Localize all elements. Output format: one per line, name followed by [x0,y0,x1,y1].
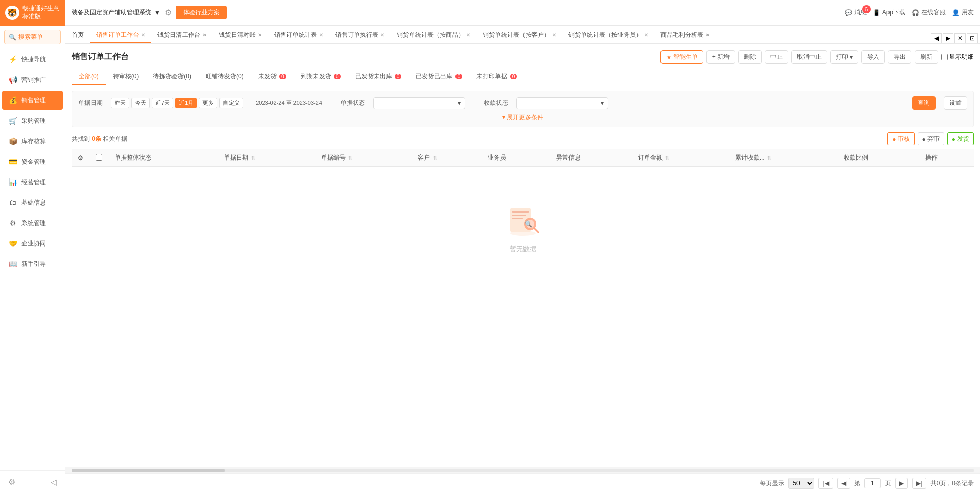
filter-row-1: 单据日期 昨天 今天 近7天 近1月 更多 自定义 2023-02-24 至 2… [78,96,967,110]
tab-close-sales-exec[interactable]: ✕ [380,32,384,38]
tab-close-cash-daily[interactable]: ✕ [202,32,207,38]
sidebar-item-kuaijie[interactable]: ⚡ 快捷导航 [2,50,63,69]
payment-filter-select[interactable]: ▾ [516,97,608,109]
tab-cash-daily[interactable]: 钱货日清工作台 ✕ [151,28,213,43]
tab-close-sales-stats[interactable]: ✕ [319,32,323,38]
col-amount[interactable]: 订单金额 ⇅ [632,149,729,167]
sidebar-item-jingying[interactable]: 📊 经营管理 [2,172,63,192]
date-today-button[interactable]: 今天 [131,98,150,108]
tab-sales-summary-customer[interactable]: 销货单统计表（按客户） ✕ [476,28,562,43]
content-area: 销售订单工作台 ★ 智能生单 + 新增 删除 中止 取消中止 打印 ▾ 导入 [65,44,980,467]
tab-close-product-margin[interactable]: ✕ [705,32,710,38]
tab-sales-summary-staff[interactable]: 销货单统计表（按业务员） ✕ [562,28,654,43]
col-number[interactable]: 单据编号 ⇅ [315,149,412,167]
collected-sort-icon: ⇅ [767,155,771,161]
collapse-button[interactable]: ◁ [47,475,61,489]
tab-close-sales-workbench[interactable]: ✕ [141,32,145,38]
expand-filter-button[interactable]: ▾ 展开更多条件 [78,113,967,122]
horizontal-scrollbar[interactable] [65,467,980,473]
message-button[interactable]: 💬 消息 6 [845,8,867,17]
tab-sales-summary-product[interactable]: 销货单统计表（按商品） ✕ [391,28,476,43]
print-button[interactable]: 打印 ▾ [830,50,858,64]
status-filter-select[interactable]: ▾ [373,97,465,109]
show-detail-checkbox[interactable] [941,54,948,60]
col-staff[interactable]: 业务员 [482,149,550,167]
refresh-button[interactable]: 刷新 [915,50,938,64]
sidebar-item-yingxiao[interactable]: 📢 营销推广 [2,70,63,89]
tab-prev-button[interactable]: ◀ [931,33,942,43]
col-date[interactable]: 单据日期 ⇅ [218,149,315,167]
review-button[interactable]: ● 审核 [887,132,914,145]
delete-button[interactable]: 删除 [738,50,762,64]
tab-sales-exec[interactable]: 销售订单执行表 ✕ [329,28,391,43]
date-7days-button[interactable]: 近7天 [152,98,173,108]
tab-close-cash-reconcile[interactable]: ✕ [258,32,262,38]
first-page-button[interactable]: |◀ [818,478,833,489]
subtab-all[interactable]: 全部(0) [72,69,106,85]
tab-close-all-button[interactable]: ✕ [954,33,966,43]
sidebar-item-xiaoshou[interactable]: 💰 销售管理 [2,91,63,110]
tab-sales-workbench[interactable]: 销售订单工作台 ✕ [90,28,151,43]
smart-generate-button[interactable]: ★ 智能生单 [660,50,703,64]
tab-cash-reconcile[interactable]: 钱货日清对账 ✕ [213,28,268,43]
import-button[interactable]: 导入 [861,50,885,64]
stop-button[interactable]: 中止 [765,50,788,64]
cancel-review-button[interactable]: ● 弃审 [918,132,944,145]
date-custom-button[interactable]: 自定义 [219,98,243,108]
sidebar-item-qiye[interactable]: 🤝 企业协同 [2,234,63,253]
user-button[interactable]: 👤 用友 [952,8,974,17]
sidebar-item-kucun[interactable]: 📦 库存核算 [2,131,63,151]
subtab-unshipped[interactable]: 未发货 0 [251,69,293,85]
select-all-checkbox[interactable] [96,154,102,161]
add-button[interactable]: + 新增 [706,50,735,64]
search-menu-button[interactable]: 🔍 搜索菜单 [4,30,61,44]
sidebar-item-xinshou[interactable]: 📖 新手引导 [2,254,63,274]
settings-button[interactable]: ⚙ [4,475,19,489]
page-number-input[interactable] [864,478,881,488]
ship-button[interactable]: ● 发货 [947,132,974,145]
tab-next-button[interactable]: ▶ [943,33,953,43]
tab-expand-button[interactable]: ⊡ [967,33,978,43]
settings-filter-button[interactable]: 设置 [944,96,967,110]
app-download-button[interactable]: 📱 App下载 [873,8,905,17]
page-size-select[interactable]: 50 100 200 [788,478,814,489]
overdue-unshipped-badge: 0 [334,74,341,79]
solution-button[interactable]: 体验行业方案 [176,6,227,19]
tab-close-sales-summary-staff[interactable]: ✕ [644,32,648,38]
tab-close-sales-summary-customer[interactable]: ✕ [552,32,556,38]
date-1month-button[interactable]: 近1月 [175,98,197,108]
date-more-button[interactable]: 更多 [199,98,217,108]
subtab-shipped-in-transit[interactable]: 已发货未出库 0 [348,69,409,85]
subtab-overdue-unshipped[interactable]: 到期未发货 0 [293,69,348,85]
sidebar-item-jichu[interactable]: 🗂 基础信息 [2,193,63,212]
prev-page-button[interactable]: ◀ [837,478,850,489]
export-button[interactable]: 导出 [888,50,911,64]
svg-rect-3 [512,215,526,216]
tab-close-sales-summary-product[interactable]: ✕ [466,32,470,38]
next-page-button[interactable]: ▶ [895,478,908,489]
sidebar-item-xitong[interactable]: ⚙ 系统管理 [2,213,63,233]
subtab-pending-inspect[interactable]: 待拣货验货(0) [146,69,198,85]
tab-sales-stats[interactable]: 销售订单统计表 ✕ [268,28,329,43]
tab-home[interactable]: 首页 [65,28,90,43]
query-button[interactable]: 查询 [912,96,936,110]
cancel-stop-button[interactable]: 取消中止 [791,50,827,64]
tabbar-arrows: ◀ ▶ ✕ ⊡ [929,33,980,43]
subtab-unprinted[interactable]: 未打印单据 0 [469,69,524,85]
sidebar-item-caigou[interactable]: 🛒 采购管理 [2,111,63,130]
subtab-pending-review[interactable]: 待审核(0) [106,69,146,85]
subtab-wangpu-pending[interactable]: 旺铺待发货(0) [198,69,251,85]
tab-product-margin[interactable]: 商品毛利分析表 ✕ [654,28,716,43]
last-page-button[interactable]: ▶| [912,478,926,489]
empty-text: 暂无数据 [510,244,536,254]
service-button[interactable]: 🎧 在线客服 [911,8,946,17]
topbar-gear-icon[interactable]: ⚙ [165,8,172,17]
sidebar-item-zijin[interactable]: 💳 资金管理 [2,152,63,171]
date-yesterday-button[interactable]: 昨天 [111,98,129,108]
page-actions: ★ 智能生单 + 新增 删除 中止 取消中止 打印 ▾ 导入 导出 刷新 [660,50,974,64]
column-settings-icon[interactable]: ⚙ [78,154,83,162]
scrollbar-thumb[interactable] [72,469,225,472]
col-collected[interactable]: 累计收款... ⇅ [729,149,837,167]
subtab-shipped-out[interactable]: 已发货已出库 0 [408,69,469,85]
col-customer[interactable]: 客户 ⇅ [412,149,482,167]
